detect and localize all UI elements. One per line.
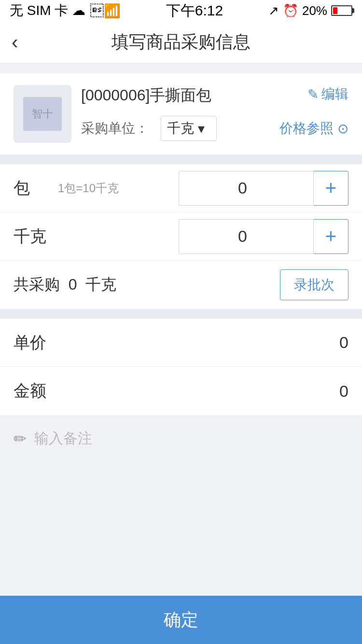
bag-input-control: + bbox=[179, 171, 348, 206]
section-divider-1 bbox=[0, 154, 362, 164]
edit-icon: ✎ bbox=[307, 86, 319, 102]
status-bar: 无 SIM 卡 ☁ 📶 下午6:12 ↗ ⏰ 20% bbox=[0, 0, 362, 21]
wifi-icon: 📶 bbox=[90, 3, 121, 19]
unit-select[interactable]: 千克 ▾ bbox=[161, 116, 217, 141]
product-name: [0000006]手撕面包 bbox=[81, 85, 211, 106]
product-card: 智十 [0000006]手撕面包 ✎ 编辑 采购单位： 千克 ▾ 价格参照 ⊙ bbox=[0, 73, 362, 154]
product-logo: 智十 bbox=[23, 97, 62, 131]
status-left: 无 SIM 卡 ☁ 📶 bbox=[10, 1, 121, 20]
nav-bar: ‹ 填写商品采购信息 bbox=[0, 21, 362, 64]
amount-row: 金额 0 bbox=[0, 367, 362, 415]
summary-text: 共采购 0 千克 bbox=[14, 274, 116, 295]
amount-value: 0 bbox=[339, 382, 348, 401]
unit-price-label: 单价 bbox=[14, 332, 46, 354]
unit-value: 千克 bbox=[167, 119, 194, 138]
status-right: ↗ ⏰ 20% bbox=[268, 3, 352, 18]
unit-label: 采购单位： bbox=[81, 121, 149, 136]
location-icon: ↗ bbox=[268, 3, 279, 18]
product-unit-row: 采购单位： 千克 ▾ 价格参照 ⊙ bbox=[81, 116, 348, 141]
battery-fill bbox=[333, 7, 337, 14]
amount-label: 金额 bbox=[14, 380, 46, 402]
product-name-row: [0000006]手撕面包 ✎ 编辑 bbox=[81, 85, 348, 106]
price-ref-button[interactable]: 价格参照 ⊙ bbox=[279, 119, 348, 138]
section-divider-2 bbox=[0, 309, 362, 319]
bag-number-input[interactable] bbox=[179, 171, 314, 206]
product-image: 智十 bbox=[14, 85, 71, 143]
kg-plus-button[interactable]: + bbox=[314, 219, 348, 254]
unit-price-row: 单价 0 bbox=[0, 319, 362, 367]
battery-percent: 20% bbox=[302, 3, 327, 18]
price-section: 单价 0 金额 0 bbox=[0, 319, 362, 415]
sim-label: 无 SIM 卡 ☁ bbox=[10, 1, 85, 20]
kg-number-input[interactable] bbox=[179, 219, 314, 254]
product-info: [0000006]手撕面包 ✎ 编辑 采购单位： 千克 ▾ 价格参照 ⊙ bbox=[81, 85, 348, 141]
battery-tip bbox=[352, 8, 354, 13]
kg-input-row: 千克 + bbox=[0, 212, 362, 261]
chevron-down-icon: ▾ bbox=[198, 121, 205, 137]
summary-unit: 千克 bbox=[85, 276, 116, 293]
bag-label: 包 bbox=[14, 177, 52, 199]
kg-label: 千克 bbox=[14, 225, 52, 248]
summary-prefix: 共采购 bbox=[14, 276, 60, 293]
input-section: 包 1包=10千克 + 千克 + bbox=[0, 164, 362, 261]
summary-amount: 0 bbox=[69, 276, 77, 293]
confirm-button[interactable]: 确定 bbox=[0, 596, 362, 644]
pencil-icon: ✏ bbox=[14, 430, 27, 448]
note-placeholder: 输入备注 bbox=[34, 429, 92, 448]
back-button[interactable]: ‹ bbox=[12, 31, 18, 53]
batch-button[interactable]: 录批次 bbox=[280, 269, 348, 300]
bag-plus-button[interactable]: + bbox=[314, 171, 348, 206]
note-section[interactable]: ✏ 输入备注 bbox=[0, 415, 362, 462]
page-title: 填写商品采购信息 bbox=[111, 30, 251, 54]
battery-icon bbox=[331, 5, 352, 16]
edit-label: 编辑 bbox=[321, 85, 348, 103]
bag-input-row: 包 1包=10千克 + bbox=[0, 164, 362, 212]
status-time: 下午6:12 bbox=[166, 1, 223, 21]
price-ref-label: 价格参照 bbox=[279, 119, 334, 138]
question-icon: ⊙ bbox=[337, 121, 348, 137]
logo-text: 智十 bbox=[32, 107, 53, 121]
bag-sublabel: 1包=10千克 bbox=[58, 181, 179, 196]
edit-button[interactable]: ✎ 编辑 bbox=[307, 85, 348, 103]
unit-selector-area: 采购单位： 千克 ▾ bbox=[81, 116, 217, 141]
summary-row: 共采购 0 千克 录批次 bbox=[0, 261, 362, 309]
unit-price-value: 0 bbox=[339, 333, 348, 352]
alarm-icon: ⏰ bbox=[283, 3, 298, 18]
kg-input-control: + bbox=[179, 219, 348, 254]
